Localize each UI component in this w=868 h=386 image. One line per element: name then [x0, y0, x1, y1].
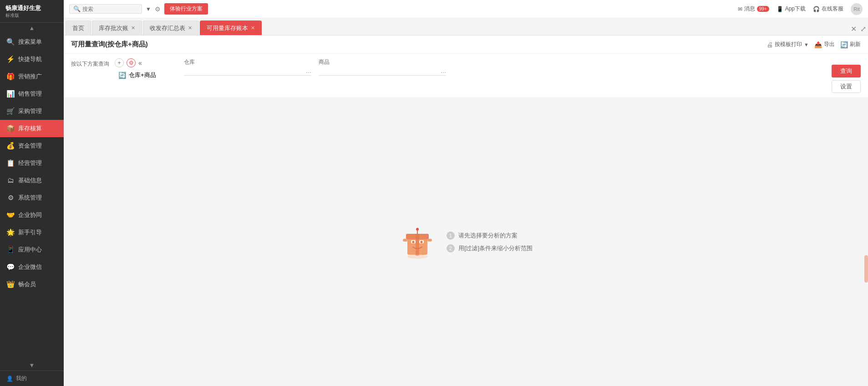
- wechat-icon: 💬: [6, 263, 15, 271]
- message-item[interactable]: ✉ 消息 99+: [738, 5, 769, 13]
- tip-text-2: 用[过滤]条件来缩小分析范围: [458, 244, 533, 252]
- message-badge: 99+: [757, 6, 769, 12]
- empty-tip-1: 1 请先选择要分析的方案: [447, 232, 533, 240]
- tab-summary[interactable]: 收发存汇总表 ✕: [143, 21, 199, 35]
- sidebar-item-label: 资金管理: [18, 142, 42, 150]
- sidebar-scroll: 🔍 搜索菜单 ⚡ 快捷导航 🎁 营销推广 📊 销售管理 🛒 采购管理 📦 库存核…: [0, 33, 64, 360]
- right-scrollbar[interactable]: [864, 255, 868, 283]
- tab-expand-icon[interactable]: ⤢: [860, 25, 866, 33]
- tab-batch-close[interactable]: ✕: [131, 25, 135, 31]
- trial-button[interactable]: 体验行业方案: [164, 3, 208, 15]
- sidebar-item-wechat[interactable]: 💬 企业微信: [0, 258, 64, 276]
- warehouse-input[interactable]: [184, 67, 304, 74]
- svg-point-7: [420, 241, 422, 243]
- sidebar-item-finance[interactable]: 💰 资金管理: [0, 137, 64, 154]
- purchase-icon: 🛒: [6, 107, 15, 115]
- print-icon: 🖨: [766, 41, 773, 48]
- filter-add-btn[interactable]: +: [115, 58, 124, 67]
- sidebar-item-marketing[interactable]: 🎁 营销推广: [0, 68, 64, 85]
- refresh-icon: 🔄: [840, 41, 848, 48]
- filter-action-buttons: 查询 设置: [832, 58, 861, 93]
- product-input-wrap: ...: [319, 67, 446, 76]
- filter-collapse-icon[interactable]: «: [138, 59, 142, 67]
- svg-rect-9: [427, 239, 432, 242]
- scroll-up-arrow[interactable]: ▲: [0, 23, 64, 33]
- refresh-action[interactable]: 🔄 刷新: [840, 41, 861, 48]
- settings-button[interactable]: 设置: [832, 80, 861, 93]
- sidebar-item-label: 搜索菜单: [18, 38, 42, 46]
- sidebar-bottom[interactable]: 👤 我的: [0, 371, 64, 386]
- topbar-search-box[interactable]: 🔍: [69, 4, 142, 14]
- tab-batch[interactable]: 库存批次账 ✕: [92, 21, 142, 35]
- product-more-btn[interactable]: ...: [441, 67, 446, 74]
- topbar-right: ✉ 消息 99+ 📱 App下载 🎧 在线客服 Rit: [738, 3, 863, 15]
- sidebar-item-search[interactable]: 🔍 搜索菜单: [0, 33, 64, 51]
- sidebar-item-label: 新手引导: [18, 228, 42, 237]
- tab-summary-close[interactable]: ✕: [188, 25, 192, 31]
- svg-point-6: [412, 241, 414, 243]
- sidebar-item-member[interactable]: 👑 畅会员: [0, 276, 64, 293]
- filter-area: 按以下方案查询 + ⚙ « 🔄 仓库+商品 仓库 ...: [64, 54, 868, 98]
- scroll-down-arrow[interactable]: ▼: [0, 360, 64, 371]
- sidebar-item-sales[interactable]: 📊 销售管理: [0, 85, 64, 103]
- sidebar-item-label: 快捷导航: [18, 55, 42, 63]
- sidebar-item-shortcut[interactable]: ⚡ 快捷导航: [0, 51, 64, 68]
- topbar-search-input[interactable]: [82, 6, 137, 12]
- page-actions: 🖨 按模板打印 ▼ 📤 导出 🔄 刷新: [766, 41, 861, 48]
- filter-scheme-header: + ⚙ «: [115, 58, 178, 67]
- finance-icon: 💰: [6, 142, 15, 150]
- sidebar-item-purchase[interactable]: 🛒 采购管理: [0, 103, 64, 120]
- print-label: 按模板打印: [775, 41, 802, 48]
- tab-available-label: 可用量库存账本: [207, 24, 248, 32]
- sidebar-item-basic[interactable]: 🗂 基础信息: [0, 172, 64, 189]
- tab-available[interactable]: 可用量库存账本 ✕: [200, 21, 262, 35]
- app-download-item[interactable]: 📱 App下载: [777, 5, 806, 13]
- sidebar-item-inventory[interactable]: 📦 库存核算: [0, 120, 64, 137]
- sidebar-item-apps[interactable]: 📱 应用中心: [0, 241, 64, 258]
- app-label: App下载: [785, 5, 806, 13]
- filter-settings-btn[interactable]: ⚙: [127, 58, 136, 67]
- export-label: 导出: [824, 41, 835, 48]
- print-action[interactable]: 🖨 按模板打印 ▼: [766, 41, 809, 48]
- service-item[interactable]: 🎧 在线客服: [813, 5, 843, 13]
- query-button[interactable]: 查询: [832, 65, 861, 77]
- tip-num-1: 1: [447, 232, 455, 240]
- warehouse-more-btn[interactable]: ...: [306, 67, 311, 74]
- app-icon: 📱: [777, 6, 783, 12]
- sidebar-item-newuser[interactable]: 🌟 新手引导: [0, 224, 64, 241]
- avatar[interactable]: Rit: [851, 3, 863, 15]
- product-input[interactable]: [319, 67, 439, 74]
- filter-label: 按以下方案查询: [71, 58, 109, 68]
- print-dropdown-icon[interactable]: ▼: [804, 42, 809, 47]
- marketing-icon: 🎁: [6, 72, 15, 81]
- brand-sub: 标准版: [5, 12, 58, 19]
- filter-scheme-item[interactable]: 🔄 仓库+商品: [115, 69, 178, 81]
- filter-product-field: 商品 ...: [319, 58, 446, 76]
- content-area: 可用量查询(按仓库+商品) 🖨 按模板打印 ▼ 📤 导出 🔄 刷新 按以下: [64, 36, 868, 386]
- topbar-gear-icon[interactable]: ⚙: [155, 5, 161, 13]
- sidebar-item-system[interactable]: ⚙ 系统管理: [0, 189, 64, 206]
- user-icon: 👤: [6, 376, 13, 382]
- warehouse-label: 仓库: [184, 58, 311, 66]
- tab-home[interactable]: 首页: [66, 21, 91, 35]
- sidebar-item-label: 企业协同: [18, 211, 42, 219]
- sidebar-item-operations[interactable]: 📋 经营管理: [0, 154, 64, 172]
- empty-illustration: [399, 224, 436, 260]
- page-titlebar: 可用量查询(按仓库+商品) 🖨 按模板打印 ▼ 📤 导出 🔄 刷新: [64, 36, 868, 54]
- topbar-dropdown-icon[interactable]: ▼: [146, 6, 151, 12]
- tab-batch-label: 库存批次账: [99, 24, 128, 32]
- sidebar-item-enterprise[interactable]: 🤝 企业协同: [0, 206, 64, 224]
- message-icon: ✉: [738, 6, 742, 12]
- tip-num-2: 2: [447, 244, 455, 252]
- tab-close-all-icon[interactable]: ✕: [851, 25, 857, 33]
- filter-warehouse-field: 仓库 ...: [184, 58, 311, 76]
- sidebar-item-label: 库存核算: [18, 124, 42, 133]
- sidebar-item-label: 应用中心: [18, 246, 42, 254]
- refresh-label: 刷新: [850, 41, 861, 48]
- sidebar-item-label: 销售管理: [18, 90, 42, 98]
- export-action[interactable]: 📤 导出: [814, 41, 835, 48]
- sidebar: 畅康通好生意 标准版 ▲ 🔍 搜索菜单 ⚡ 快捷导航 🎁 营销推广 📊 销售管理…: [0, 0, 64, 386]
- tab-available-close[interactable]: ✕: [251, 25, 255, 31]
- message-label: 消息: [744, 5, 755, 13]
- apps-icon: 📱: [6, 246, 15, 254]
